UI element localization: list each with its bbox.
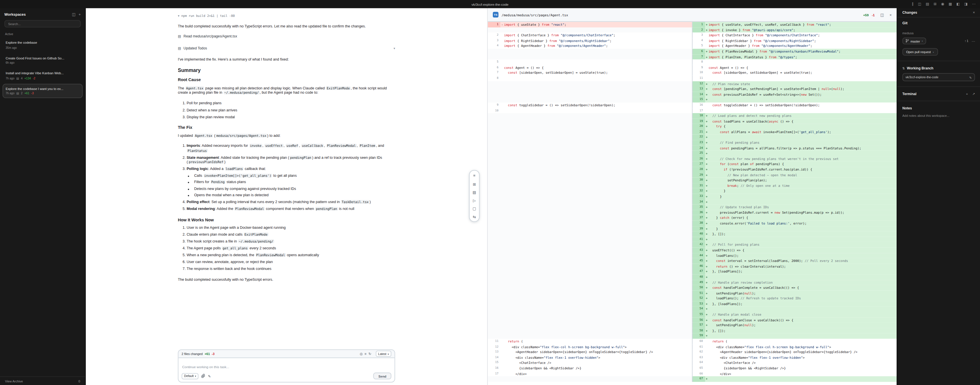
panel-left-icon[interactable]: ◧ [956, 2, 960, 6]
diff-row: 11 return (60 return ( [488, 339, 897, 344]
notes-placeholder[interactable]: Add notes about this workspace... [902, 114, 975, 118]
composer-status-bar: 2 files changed +61 -3 ◎≡↻ Latest ▾ [178, 350, 395, 358]
diff-row: 58+ }, []); [488, 328, 897, 334]
panel-icon[interactable]: ▤ [470, 188, 478, 196]
close-diff-icon[interactable]: × [889, 13, 892, 17]
list-item: Imports: Added necessary imports for inv… [186, 144, 395, 153]
working-branch-title: Working Branch [907, 66, 934, 70]
edit-branch-icon[interactable]: ✎ [969, 75, 972, 79]
diff-row: 7+import { PlanItem, PlanStatus } from "… [488, 54, 897, 59]
list-item: Poll for pending plans [186, 101, 395, 105]
divider [897, 100, 980, 101]
expand-terminal-icon[interactable]: ↗ [972, 92, 975, 95]
divider [897, 86, 980, 87]
panel-right-icon[interactable]: ◨ [964, 2, 968, 6]
tool-call-todos[interactable]: ▤ Updated Todos ▾ [178, 46, 395, 51]
branch-swap-icon: ⇅ [902, 66, 905, 70]
model-select[interactable]: Default ▾ [182, 373, 199, 379]
inline-code: pendingPlan [315, 207, 338, 210]
ahead-count: 1 [967, 40, 969, 43]
rows-icon[interactable]: ▤ [926, 2, 929, 6]
pause-icon[interactable]: ∥ [912, 2, 913, 6]
workspaces-sidebar: Workspaces ◫ + Active Explore the codeba… [0, 8, 86, 385]
diff-row: 56+ const handlePlanClose = useCallback(… [488, 317, 897, 323]
diff-row: 35+ // Update tracked plan IDs [488, 205, 897, 210]
inline-code: loadPlans [224, 167, 244, 170]
edit-icon[interactable]: ✎ [208, 374, 211, 378]
diff-row: 2import { ChatInterface } from "@/compon… [488, 33, 897, 38]
attach-icon[interactable] [201, 374, 205, 378]
message-input[interactable] [178, 358, 395, 372]
split-view-icon[interactable]: ◫ [918, 2, 921, 6]
diff-table[interactable]: 1-import { useState } from "react";1+imp… [488, 22, 897, 385]
more-options-icon[interactable]: ⋯ [971, 39, 975, 43]
inline-code: TaskDetail.tsx [341, 200, 370, 204]
grid-icon[interactable]: ⊞ [934, 2, 937, 6]
refresh-icon[interactable]: ↻ [369, 352, 371, 356]
list-item: Filters for Pending status plans [194, 180, 395, 185]
copy-icon[interactable]: ⊞ [470, 180, 478, 187]
preview-icon[interactable]: ▢ [470, 205, 478, 212]
visibility-icon[interactable]: ◎ [360, 352, 363, 356]
list-item: When a new pending plan is detected, the… [186, 253, 395, 258]
more-icon[interactable]: ⋯ [972, 2, 976, 6]
send-button[interactable]: Send [374, 372, 391, 379]
compare-icon[interactable]: ⇆ [470, 213, 478, 220]
search-input[interactable] [4, 20, 81, 27]
list-item: Detects new plans by comparing against p… [194, 186, 395, 191]
workspace-item[interactable]: Explore the codebase35m ago [3, 37, 83, 52]
chat-panel: ▾ npm run build 2>&1 | tail -80 The buil… [86, 8, 487, 385]
diff-row: 9 const toggleSidebar = () => setSidebar… [488, 103, 897, 108]
add-workspace-icon[interactable]: + [79, 12, 81, 16]
composer-status-icons: ◎≡↻ [358, 352, 371, 356]
working-branch-field[interactable]: vk/3ccf-explore-the-code ✎ [902, 73, 975, 81]
run-icon[interactable]: ▷ [470, 196, 478, 204]
workspace-title: Explore the codebase [6, 41, 80, 44]
workspace-item[interactable]: Create Good First Issues on Github So...… [3, 53, 83, 67]
diff-row: 41+ [488, 237, 897, 242]
workspace-item[interactable]: Explore the codebase I want you to ex...… [3, 83, 83, 98]
workspace-item[interactable]: Install and integrate Vibe Kanban Web...… [3, 68, 83, 83]
assistant-paragraph: The build completed successfully with no… [178, 277, 395, 282]
changes-panel: Changes × Git medusa master ▾ [897, 8, 980, 385]
split-view-icon[interactable]: ◫ [880, 13, 884, 17]
chat-scroll-area[interactable]: ▾ npm run build 2>&1 | tail -80 The buil… [86, 8, 487, 349]
collapse-all-icon[interactable]: ◫ [72, 12, 75, 16]
diff-row: 13+ const [pendingPlan, setPendingPlan] … [488, 86, 897, 92]
list-item: The Agent page polls get_all_plans every… [186, 246, 395, 251]
sidebar-header: Workspaces ◫ + [0, 8, 85, 16]
tool-call-read-file[interactable]: ▤ Read medusa/src/pages/Agent.tsx [178, 34, 395, 39]
diff-row: 31+ break; // Only open one at a time [488, 183, 897, 188]
open-pr-button[interactable]: Open pull request ▾ [902, 48, 938, 56]
composer: 2 files changed +61 -3 ◎≡↻ Latest ▾ D [178, 349, 395, 382]
diff-row: 58 [488, 59, 897, 65]
diff-row: 51+ setPendingPlan(null); [488, 291, 897, 296]
table-icon[interactable]: ▦ [948, 2, 952, 6]
diff-row: 30+ setPendingPlan(plan); [488, 178, 897, 183]
chevron-down-icon[interactable]: ▾ [393, 46, 395, 51]
drag-handle-icon[interactable]: ≡ [470, 172, 478, 179]
terminal-command-block[interactable]: ▾ npm run build 2>&1 | tail -80 [178, 14, 395, 18]
version-select[interactable]: Latest ▾ [376, 351, 391, 357]
inline-code: PlanItem [359, 144, 376, 147]
diff-row: 44+ loadPlans(); [488, 253, 897, 258]
record-icon[interactable]: ◉ [941, 2, 944, 6]
diff-row: 14+ const previousPlanIdsRef = useRef<Se… [488, 92, 897, 97]
view-archive-link[interactable]: View Archive [5, 379, 23, 383]
git-section-title: Git [902, 21, 975, 25]
workspace-meta: 7h ago▤4+134-2 [6, 76, 80, 80]
changes-title: Changes [902, 11, 973, 14]
diff-row: 40+ }, []); [488, 231, 897, 237]
diff-row: 37+ } catch (error) { [488, 215, 897, 221]
close-panel-icon[interactable]: × [973, 11, 975, 14]
open-pr-label: Open pull request [906, 50, 931, 54]
changes-list-icon[interactable]: ≡ [364, 352, 367, 356]
diff-row: 43+ useEffect(() => { [488, 247, 897, 253]
diff-row: 46+ return () => clearInterval(interval)… [488, 264, 897, 269]
new-terminal-icon[interactable]: + [966, 92, 968, 95]
diff-file-path: /medusa/medusa/src/pages/Agent.tsx [502, 13, 860, 17]
branch-select[interactable]: master ▾ [902, 37, 926, 44]
diff-row: 12 <div className="flex flex-col h-scree… [488, 344, 897, 350]
files-count: 2 [21, 92, 22, 95]
inline-code: ExitPlanMode [326, 86, 351, 90]
